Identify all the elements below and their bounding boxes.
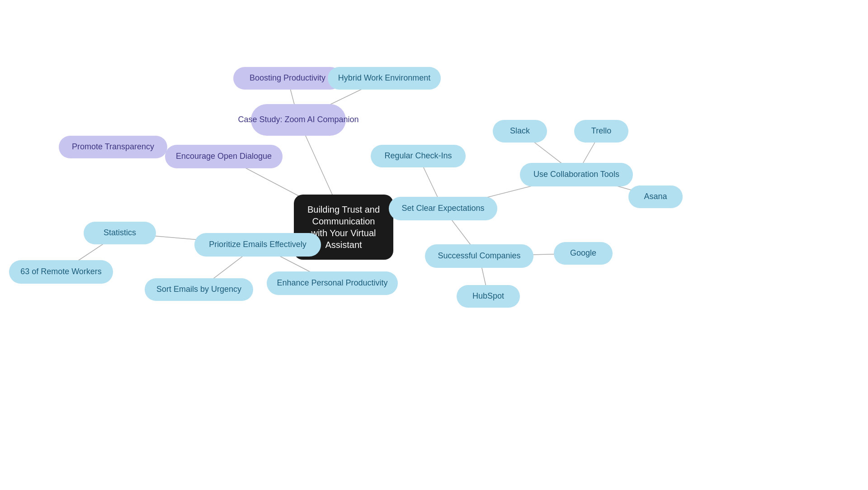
node-asana[interactable]: Asana: [628, 186, 683, 208]
node-trello[interactable]: Trello: [574, 120, 628, 143]
node-successfulCompanies[interactable]: Successful Companies: [425, 244, 533, 268]
node-regularCheckIns[interactable]: Regular Check-Ins: [371, 145, 466, 167]
node-useCollaborationTools[interactable]: Use Collaboration Tools: [520, 163, 633, 186]
node-hubspot[interactable]: HubSpot: [457, 285, 520, 308]
node-encourageDialogue[interactable]: Encourage Open Dialogue: [165, 145, 283, 168]
node-remoteWorkers[interactable]: 63 of Remote Workers: [9, 260, 113, 284]
mindmap-container: Building Trust and Communication with Yo…: [0, 0, 868, 490]
node-slack[interactable]: Slack: [493, 120, 547, 143]
node-promoteTransparency[interactable]: Promote Transparency: [59, 136, 167, 158]
node-hybridWork[interactable]: Hybrid Work Environment: [328, 67, 441, 90]
node-google[interactable]: Google: [554, 242, 613, 265]
node-prioritizeEmails[interactable]: Prioritize Emails Effectively: [194, 233, 321, 257]
node-enhanceProductivity[interactable]: Enhance Personal Productivity: [267, 271, 398, 295]
node-setClearExpectations[interactable]: Set Clear Expectations: [389, 197, 497, 220]
node-caseStudy[interactable]: Case Study: Zoom AI Companion: [251, 104, 346, 136]
node-statistics[interactable]: Statistics: [84, 222, 156, 244]
node-sortEmails[interactable]: Sort Emails by Urgency: [145, 278, 253, 301]
node-boostingProductivity[interactable]: Boosting Productivity: [233, 67, 342, 90]
